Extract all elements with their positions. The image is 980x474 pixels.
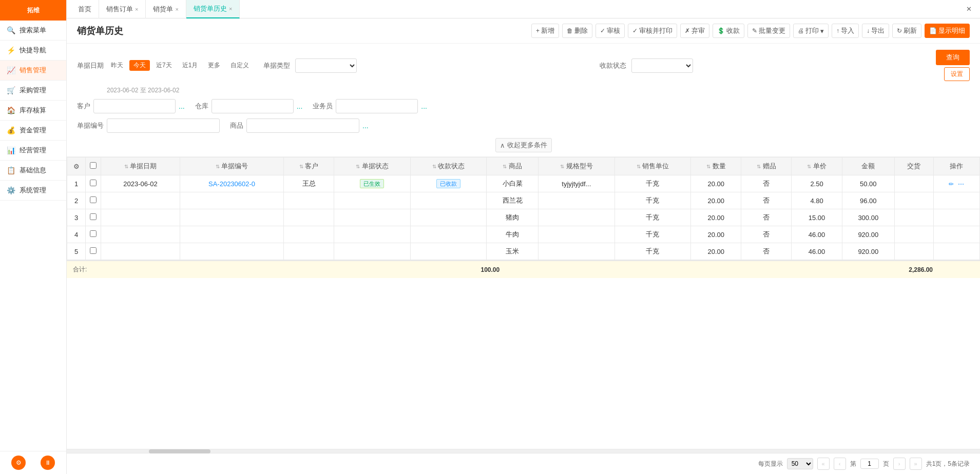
- horizontal-scrollbar[interactable]: [67, 449, 980, 453]
- col-gift-sort-icon[interactable]: ⇅: [757, 164, 761, 169]
- filter-warehouse-item: 仓库 ...: [195, 99, 303, 113]
- collect-button[interactable]: 💲 收款: [713, 24, 744, 38]
- row-spec-cell: [539, 192, 615, 209]
- sidebar-item-finance-mgmt[interactable]: 💰 资金管理: [0, 121, 66, 141]
- tab-sales-delivery-close[interactable]: ×: [175, 0, 178, 18]
- sidebar-item-ops-mgmt[interactable]: 📊 经营管理: [0, 141, 66, 161]
- row-checkbox-cell[interactable]: [86, 175, 101, 192]
- row-qty-cell: 20.00: [691, 226, 741, 243]
- col-goods-sort-icon[interactable]: ⇅: [503, 164, 507, 169]
- row-trade-cell: [894, 192, 933, 209]
- window-close-btn[interactable]: ✕: [966, 5, 972, 13]
- sidebar-item-inventory-calc[interactable]: 🏠 库存核算: [0, 101, 66, 121]
- row-checkbox-cell[interactable]: [86, 243, 101, 260]
- edit-op-btn[interactable]: ✏: [949, 181, 954, 188]
- prev-page-btn[interactable]: ‹: [834, 458, 846, 470]
- col-collect-sort-icon[interactable]: ⇅: [432, 164, 436, 169]
- row-checkbox-cell[interactable]: [86, 209, 101, 226]
- export-button[interactable]: ↓ 导出: [862, 24, 889, 38]
- col-customer-sort-icon[interactable]: ⇅: [299, 164, 303, 169]
- more-op-btn[interactable]: ⋯: [958, 181, 964, 188]
- audit-button[interactable]: ✓ 审核: [595, 24, 625, 38]
- current-page-input[interactable]: [860, 459, 879, 469]
- filter-orderno-input[interactable]: [107, 118, 220, 133]
- row-goods-cell: 西兰花: [487, 192, 539, 209]
- show-detail-button[interactable]: 📄 显示明细: [925, 24, 970, 38]
- col-checkbox[interactable]: [86, 157, 101, 175]
- first-page-btn[interactable]: «: [817, 458, 830, 470]
- sidebar-bottom-btn-left[interactable]: ⚙: [11, 456, 26, 470]
- filter-type-select[interactable]: [295, 58, 357, 73]
- salesman-dots-btn[interactable]: ...: [421, 102, 427, 110]
- tab-sales-history[interactable]: 销货单历史 ×: [186, 0, 240, 18]
- row-checkbox-cell[interactable]: [86, 226, 101, 243]
- tab-sales-delivery[interactable]: 销货单 ×: [146, 0, 186, 18]
- tab-sales-order-close[interactable]: ×: [135, 0, 138, 18]
- settings-icon[interactable]: ⚙: [73, 163, 80, 170]
- row-date-cell: 2023-06-02: [101, 175, 180, 192]
- per-page-select[interactable]: 50 100 200: [787, 458, 813, 469]
- date-tab-custom[interactable]: 自定义: [226, 60, 253, 71]
- sidebar-bottom-btn-right[interactable]: ⏸: [41, 456, 55, 470]
- table-row: 4 牛肉 千克 20.00 否 46.00 920.00: [67, 226, 980, 243]
- sidebar-item-purchase-mgmt[interactable]: 🛒 采购管理: [0, 81, 66, 101]
- select-all-checkbox[interactable]: [90, 162, 97, 169]
- row-checkbox[interactable]: [90, 247, 97, 254]
- batch-change-button[interactable]: ✎ 批量变更: [747, 24, 790, 38]
- row-collect-cell: 已收款: [410, 175, 487, 192]
- tab-sales-history-close[interactable]: ×: [229, 0, 232, 18]
- row-checkbox-cell[interactable]: [86, 192, 101, 209]
- goods-dots-btn[interactable]: ...: [362, 122, 369, 130]
- sidebar-item-sales-mgmt[interactable]: 📈 销售管理: [0, 61, 66, 81]
- abandon-button[interactable]: ✗ 弃审: [680, 24, 709, 38]
- row-checkbox[interactable]: [90, 180, 97, 186]
- delete-button[interactable]: 🗑 删除: [562, 24, 592, 38]
- col-qty-sort-icon[interactable]: ⇅: [706, 164, 710, 169]
- row-checkbox[interactable]: [90, 230, 97, 237]
- date-range-text: 2023-06-02 至 2023-06-02: [107, 87, 179, 94]
- filter-warehouse-input[interactable]: [212, 99, 294, 113]
- quick-nav-icon: ⚡: [6, 46, 15, 55]
- date-tab-yesterday[interactable]: 昨天: [107, 60, 127, 71]
- col-spec-sort-icon[interactable]: ⇅: [560, 164, 564, 169]
- customer-dots-btn[interactable]: ...: [179, 102, 185, 110]
- filter-salesman-input[interactable]: [336, 99, 418, 113]
- filter-goods-label: 商品: [230, 121, 243, 130]
- filter-goods-input[interactable]: [246, 118, 359, 133]
- sidebar-item-quick-nav[interactable]: ⚡ 快捷导航: [0, 41, 66, 61]
- last-page-btn[interactable]: »: [910, 458, 922, 470]
- sidebar-item-sys-mgmt[interactable]: ⚙️ 系统管理: [0, 181, 66, 201]
- sidebar-item-search-menu[interactable]: 🔍 搜索菜单: [0, 21, 66, 41]
- filter-collect-select[interactable]: [631, 58, 693, 73]
- scrollbar-thumb[interactable]: [149, 449, 210, 453]
- date-tab-7days[interactable]: 近7天: [152, 60, 176, 71]
- date-tab-1month[interactable]: 近1月: [178, 60, 202, 71]
- next-page-btn[interactable]: ›: [893, 458, 906, 470]
- row-checkbox[interactable]: [90, 196, 97, 203]
- date-tab-today[interactable]: 今天: [129, 60, 150, 71]
- col-goods: ⇅ 商品: [487, 157, 539, 175]
- query-button[interactable]: 查询: [936, 50, 970, 65]
- col-status-sort-icon[interactable]: ⇅: [356, 164, 360, 169]
- order-no-link[interactable]: SA-20230602-0: [208, 180, 255, 188]
- setting-button[interactable]: 设置: [944, 67, 970, 81]
- row-checkbox[interactable]: [90, 213, 97, 220]
- import-button[interactable]: ↑ 导入: [832, 24, 859, 38]
- col-unit-sort-icon[interactable]: ⇅: [637, 164, 641, 169]
- tab-home[interactable]: 首页: [71, 0, 99, 18]
- audit-print-button[interactable]: ✓ 审核并打印: [628, 24, 677, 38]
- collapse-button[interactable]: ∧ 收起更多条件: [495, 138, 552, 152]
- col-price-sort-icon[interactable]: ⇅: [807, 164, 811, 169]
- new-button[interactable]: + 新增: [531, 24, 559, 38]
- row-spec-cell: tyjyjtyjdf...: [539, 175, 615, 192]
- sidebar-item-basic-info[interactable]: 📋 基础信息: [0, 161, 66, 181]
- col-settings[interactable]: ⚙: [67, 157, 86, 175]
- refresh-button[interactable]: ↻ 刷新: [892, 24, 921, 38]
- warehouse-dots-btn[interactable]: ...: [297, 102, 303, 110]
- date-tab-more[interactable]: 更多: [204, 60, 224, 71]
- tab-sales-order[interactable]: 销售订单 ×: [99, 0, 146, 18]
- col-date-sort-icon[interactable]: ⇅: [124, 164, 128, 169]
- filter-customer-input[interactable]: [93, 99, 176, 113]
- col-orderno-sort-icon[interactable]: ⇅: [216, 164, 220, 169]
- print-button[interactable]: 🖨 打印 ▾: [793, 24, 829, 38]
